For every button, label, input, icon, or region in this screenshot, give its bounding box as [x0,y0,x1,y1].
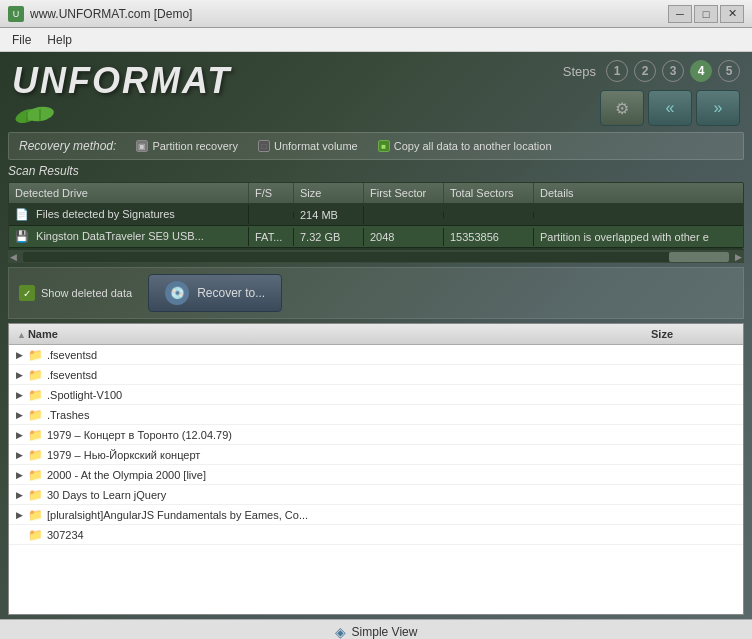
maximize-button[interactable]: □ [694,5,718,23]
list-item[interactable]: ▶ 📁 1979 – Нью-Йоркский концерт [9,445,743,465]
gear-button[interactable]: ⚙ [600,90,644,126]
scan-table: Detected Drive F/S Size First Sector Tot… [8,182,744,249]
size-cell: 7.32 GB [294,228,364,246]
status-bar: ◈ Simple View [0,619,752,639]
file-name: 1979 – Нью-Йоркский концерт [47,449,639,461]
step-4[interactable]: 4 [690,60,712,82]
copy-all-data-label: Copy all data to another location [394,140,552,152]
steps-label: Steps [563,64,596,79]
unformat-volume-checkbox[interactable]: □ [258,140,270,152]
app-icon: U [8,6,24,22]
expand-arrow[interactable]: ▶ [13,509,25,521]
file-col-header-size: Size [643,326,743,342]
col-header-fs: F/S [249,183,294,203]
list-item[interactable]: ▶ 📁 307234 [9,525,743,545]
partition-recovery-option[interactable]: ▣ Partition recovery [136,140,238,152]
hscroll-track [23,252,729,262]
logo-leaves [12,104,72,127]
fs-cell: FAT... [249,228,294,246]
expand-arrow[interactable]: ▶ [13,349,25,361]
file-name: [pluralsight]AngularJS Fundamentals by E… [47,509,639,521]
step-3: 3 [662,60,684,82]
list-item[interactable]: ▶ 📁 .Trashes [9,405,743,425]
table-body: 📄 Files detected by Signatures 214 MB 💾 … [9,204,743,248]
list-item[interactable]: ▶ 📁 .fseventsd [9,345,743,365]
expand-arrow[interactable]: ▶ [13,389,25,401]
folder-icon: 📁 [27,407,43,423]
file-col-header-name: ▲Name [9,326,643,342]
expand-arrow[interactable]: ▶ [13,489,25,501]
recovery-bar: Recovery method: ▣ Partition recovery □ … [8,132,744,160]
steps-row: Steps 1 2 3 4 5 [563,60,740,82]
recover-icon: 💿 [165,281,189,305]
file-name: .fseventsd [47,369,639,381]
file-name: 307234 [47,529,639,541]
drive-icon: 📄 [15,208,29,220]
list-item[interactable]: ▶ 📁 .Spotlight-V100 [9,385,743,405]
table-row[interactable]: 💾 Kingston DataTraveler SE9 USB... FAT..… [9,226,743,248]
recover-to-button[interactable]: 💿 Recover to... [148,274,282,312]
list-item[interactable]: ▶ 📁 .fseventsd [9,365,743,385]
expand-arrow[interactable]: ▶ [13,469,25,481]
folder-icon: 📁 [27,427,43,443]
show-deleted-icon: ✓ [19,285,35,301]
expand-arrow[interactable]: ▶ [13,369,25,381]
col-header-total-sectors: Total Sectors [444,183,534,203]
folder-icon: 📁 [27,527,43,543]
col-header-size: Size [294,183,364,203]
list-item[interactable]: ▶ 📁 [pluralsight]AngularJS Fundamentals … [9,505,743,525]
file-name: 1979 – Концерт в Торонто (12.04.79) [47,429,639,441]
folder-icon: 📁 [27,367,43,383]
table-header: Detected Drive F/S Size First Sector Tot… [9,183,743,204]
table-horizontal-scrollbar[interactable]: ◀ ▶ [8,249,744,263]
unformat-volume-label: Unformat volume [274,140,358,152]
recover-to-label: Recover to... [197,286,265,300]
total-sectors-cell: 15353856 [444,228,534,246]
drive-icon: 💾 [15,230,29,242]
copy-all-data-checkbox[interactable]: ■ [378,140,390,152]
steps-section: Steps 1 2 3 4 5 ⚙ « » [563,60,740,126]
file-name: .Spotlight-V100 [47,389,639,401]
file-name: .fseventsd [47,349,639,361]
logo-text: UNFORMAT [12,60,231,102]
title-bar: U www.UNFORMAT.com [Demo] ─ □ ✕ [0,0,752,28]
list-item[interactable]: ▶ 📁 1979 – Концерт в Торонто (12.04.79) [9,425,743,445]
col-header-drive: Detected Drive [9,183,249,203]
show-deleted-checkbox[interactable]: ✓ Show deleted data [19,285,132,301]
file-list-body[interactable]: ▶ 📁 .fseventsd ▶ 📁 .fseventsd ▶ 📁 .Spotl… [9,345,743,614]
logo-section: UNFORMAT [12,60,231,127]
folder-icon: 📁 [27,487,43,503]
table-row[interactable]: 📄 Files detected by Signatures 214 MB [9,204,743,226]
folder-icon: 📁 [27,467,43,483]
file-list-section: ▲Name Size ▶ 📁 .fseventsd ▶ 📁 .fseventsd… [8,323,744,615]
back-button[interactable]: « [648,90,692,126]
scan-results-title: Scan Results [8,164,744,178]
minimize-button[interactable]: ─ [668,5,692,23]
close-button[interactable]: ✕ [720,5,744,23]
main-content: UNFORMAT Steps 1 2 3 4 5 ⚙ « [0,52,752,639]
forward-button[interactable]: » [696,90,740,126]
expand-arrow[interactable]: ▶ [13,409,25,421]
step-1: 1 [606,60,628,82]
col-header-details: Details [534,183,743,203]
list-item[interactable]: ▶ 📁 2000 - At the Olympia 2000 [live] [9,465,743,485]
status-icon: ◈ [335,624,346,640]
unformat-volume-option[interactable]: □ Unformat volume [258,140,358,152]
status-text: Simple View [352,625,418,639]
fs-cell [249,212,294,218]
folder-icon: 📁 [27,387,43,403]
menu-bar: File Help [0,28,752,52]
expand-arrow[interactable]: ▶ [13,449,25,461]
menu-file[interactable]: File [4,31,39,49]
expand-arrow[interactable]: ▶ [13,429,25,441]
copy-all-data-option[interactable]: ■ Copy all data to another location [378,140,552,152]
recovery-label: Recovery method: [19,139,116,153]
partition-recovery-checkbox[interactable]: ▣ [136,140,148,152]
hscroll-thumb[interactable] [669,252,729,262]
menu-help[interactable]: Help [39,31,80,49]
scan-results: Scan Results Detected Drive F/S Size Fir… [8,164,744,263]
step-5: 5 [718,60,740,82]
list-item[interactable]: ▶ 📁 30 Days to Learn jQuery [9,485,743,505]
bottom-controls: ✓ Show deleted data 💿 Recover to... [8,267,744,319]
nav-buttons: ⚙ « » [600,90,740,126]
